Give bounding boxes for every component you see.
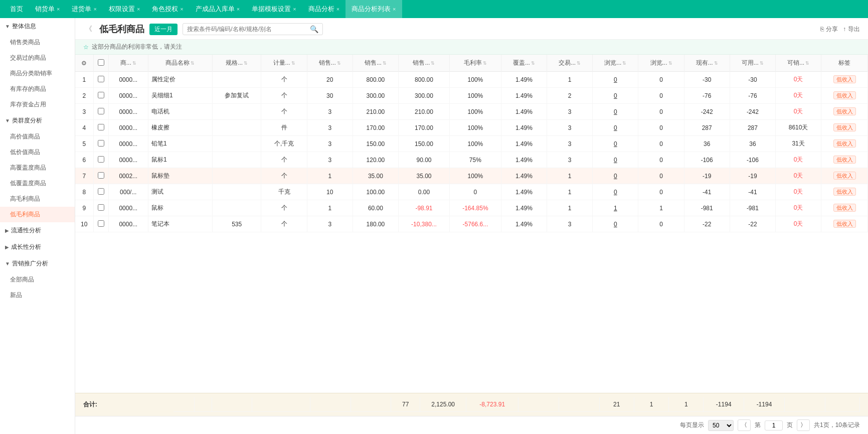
search-icon[interactable]: 🔍 [310, 25, 318, 33]
sidebar-item-stocked-goods[interactable]: 有库存的商品 [0, 81, 75, 97]
row-checkbox[interactable] [98, 76, 104, 82]
cell-view1[interactable]: 0 [593, 136, 638, 152]
cell-checkbox[interactable] [93, 88, 108, 104]
nav-item-sales[interactable]: 销货单 × [29, 0, 66, 18]
cell-checkbox[interactable] [93, 216, 108, 232]
nav-item-goods-analysis-list[interactable]: 商品分析列表 × [345, 0, 402, 18]
prev-page-button[interactable]: 〈 [738, 419, 751, 431]
nav-item-permissions[interactable]: 权限设置 × [103, 0, 146, 18]
nav-item-goods-analysis[interactable]: 商品分析 × [302, 0, 345, 18]
row-checkbox[interactable] [98, 124, 104, 130]
row-checkbox[interactable] [98, 156, 104, 163]
col-view1[interactable]: 浏览...⇅ [593, 55, 638, 72]
cell-checkbox[interactable] [93, 72, 108, 88]
cell-current: -41 [684, 184, 730, 200]
page-number-input[interactable] [765, 420, 783, 430]
close-icon[interactable]: × [293, 6, 296, 12]
sidebar-item-high-margin[interactable]: 高毛利商品 [0, 191, 75, 207]
sidebar-item-sales-goods[interactable]: 销售类商品 [0, 35, 75, 50]
nav-item-templates[interactable]: 单据模板设置 × [246, 0, 302, 18]
sidebar-item-traded-goods[interactable]: 交易过的商品 [0, 50, 75, 66]
cell-view1[interactable]: 0 [593, 104, 638, 120]
export-button[interactable]: ↑ 导出 [843, 25, 860, 34]
next-page-button[interactable]: 〉 [797, 419, 810, 431]
row-checkbox[interactable] [98, 140, 104, 147]
col-code[interactable]: 商...⇅ [108, 55, 148, 72]
cell-view1[interactable]: 0 [593, 88, 638, 104]
col-gross-rate[interactable]: 毛利率⇅ [449, 55, 501, 72]
col-sales-price[interactable]: 销售...⇅ [353, 55, 398, 72]
page-size-select[interactable]: 50 100 200 [708, 420, 734, 431]
col-coverage[interactable]: 覆盖...⇅ [501, 55, 547, 72]
close-icon[interactable]: × [336, 6, 339, 12]
col-sales-qty[interactable]: 销售...⇅ [307, 55, 353, 72]
sidebar-section-growth[interactable]: ▶ 成长性分析 [0, 239, 75, 255]
cell-code: 0000... [108, 88, 148, 104]
row-checkbox[interactable] [98, 204, 104, 211]
col-checkbox[interactable] [93, 55, 108, 72]
cell-code: 0000... [108, 136, 148, 152]
close-icon[interactable]: × [57, 6, 60, 12]
cell-checkbox[interactable] [93, 200, 108, 216]
cell-checkbox[interactable] [93, 120, 108, 136]
sidebar-item-category-rate[interactable]: 商品分类助销率 [0, 66, 75, 81]
col-sales-amount[interactable]: 销售...⇅ [399, 55, 450, 72]
nav-item-home[interactable]: 首页 [4, 0, 29, 18]
cell-view1[interactable]: 0 [593, 120, 638, 136]
sidebar-item-low-value[interactable]: 低价值商品 [0, 144, 75, 160]
cell-checkbox[interactable] [93, 136, 108, 152]
col-spec[interactable]: 规格...⇅ [212, 55, 261, 72]
close-icon[interactable]: × [137, 6, 140, 12]
sidebar-item-all-goods[interactable]: 全部商品 [0, 272, 75, 287]
col-tag[interactable]: 标签 [821, 55, 868, 72]
sidebar-item-low-coverage[interactable]: 低覆盖度商品 [0, 176, 75, 191]
sidebar-item-low-margin[interactable]: 低毛利商品 [0, 207, 75, 222]
sidebar-item-high-coverage[interactable]: 高覆盖度商品 [0, 160, 75, 176]
row-checkbox[interactable] [98, 220, 104, 227]
share-button[interactable]: ⎘ 分享 [820, 25, 838, 34]
date-filter-button[interactable]: 近一月 [149, 24, 178, 35]
cell-view1[interactable]: 0 [593, 216, 638, 232]
close-icon[interactable]: × [393, 6, 396, 12]
sidebar-item-inventory-capital[interactable]: 库存资金占用 [0, 97, 75, 112]
row-checkbox[interactable] [98, 92, 104, 98]
nav-item-products[interactable]: 产成品入库单 × [190, 0, 246, 18]
col-transaction[interactable]: 交易...⇅ [547, 55, 593, 72]
col-saleable[interactable]: 可销...⇅ [775, 55, 821, 72]
sidebar-section-marketing[interactable]: ▼ 营销推广分析 [0, 255, 75, 272]
cell-view1[interactable]: 0 [593, 72, 638, 88]
close-icon[interactable]: × [93, 6, 96, 12]
col-name[interactable]: 商品名称⇅ [148, 55, 212, 72]
cell-checkbox[interactable] [93, 168, 108, 184]
nav-item-purchase[interactable]: 进货单 × [66, 0, 102, 18]
cell-gross-rate: 100% [449, 120, 501, 136]
select-all-checkbox[interactable] [98, 59, 104, 66]
sidebar-section-overall[interactable]: ▼ 整体信息 [0, 18, 75, 35]
cell-view1[interactable]: 1 [593, 200, 638, 216]
search-input[interactable] [187, 26, 310, 33]
row-checkbox[interactable] [98, 108, 104, 114]
cell-view1[interactable]: 0 [593, 184, 638, 200]
cell-view1[interactable]: 0 [593, 152, 638, 168]
sidebar-item-high-value[interactable]: 高价值商品 [0, 129, 75, 144]
col-current[interactable]: 现有...⇅ [684, 55, 730, 72]
col-unit[interactable]: 计量...⇅ [261, 55, 307, 72]
row-checkbox[interactable] [98, 188, 104, 195]
cell-checkbox[interactable] [93, 184, 108, 200]
sidebar-item-new-goods[interactable]: 新品 [0, 287, 75, 303]
col-view2[interactable]: 浏览...⇅ [638, 55, 684, 72]
sidebar-collapse-button[interactable]: 《 [83, 25, 94, 34]
row-checkbox[interactable] [98, 172, 104, 179]
close-icon[interactable]: × [180, 6, 183, 12]
sidebar-section-circulation[interactable]: ▶ 流通性分析 [0, 222, 75, 239]
cell-view1[interactable]: 0 [593, 168, 638, 184]
col-settings[interactable]: ⚙ [75, 55, 93, 72]
nav-item-roles[interactable]: 角色授权 × [146, 0, 189, 18]
cell-spec [212, 184, 261, 200]
cell-tag: 低收入 [821, 136, 868, 152]
col-available[interactable]: 可用...⇅ [730, 55, 775, 72]
close-icon[interactable]: × [237, 6, 240, 12]
cell-checkbox[interactable] [93, 152, 108, 168]
sidebar-section-cluster[interactable]: ▼ 类群度分析 [0, 112, 75, 129]
cell-checkbox[interactable] [93, 104, 108, 120]
